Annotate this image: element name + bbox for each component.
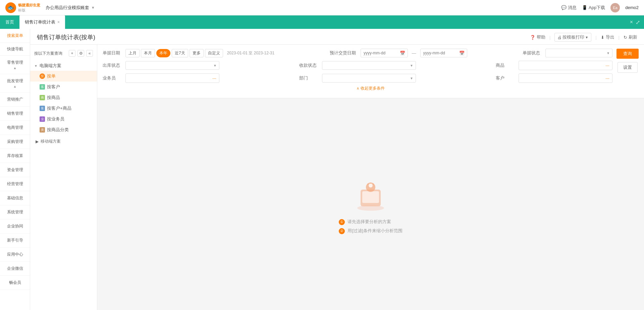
scheme-mobile-group-header[interactable]: ▶ 移动端方案 [30,137,97,146]
svg-rect-2 [362,191,379,203]
status-label: 单据状态 [523,50,541,56]
predicted-date-to-input: 📅 [420,49,468,57]
settings-button[interactable]: 设置 [618,62,638,73]
tab-bar: 首页 销售订单统计表 × × ⤢ [0,15,644,29]
export-button[interactable]: ⬇ 导出 [601,34,614,40]
logo-area: 🐟 畅捷通好生意 标版 [5,2,40,13]
print-button[interactable]: 🖨 按模板打印 ▼ [554,33,591,42]
message-button[interactable]: 💬 消息 [561,5,577,11]
goods-input-area[interactable]: ··· [519,61,612,70]
calendar-from-icon[interactable]: 📅 [400,51,405,56]
nav-item-wholesale[interactable]: 批发管理 ▲ [0,74,30,93]
nav-item-enterprise[interactable]: 企业协同 [0,219,30,234]
nav-search[interactable]: 搜索菜单 [0,29,30,43]
nav-item-marketing[interactable]: 营销推广 [0,93,30,107]
salesperson-ellipsis[interactable]: ··· [212,75,216,81]
nav-item-basic-info[interactable]: 基础信息 [0,191,30,205]
collapse-button[interactable]: ∧ 收起更多条件 [103,83,639,94]
avatar: Ea [610,3,620,12]
print-dropdown-arrow: ▼ [585,36,588,39]
date-label: 单据日期 [103,50,121,56]
nav-item-wechat[interactable]: 企业微信 [0,262,30,276]
status-select-wrapper: ▼ [545,49,612,57]
tab-maximize-icon[interactable]: ⤢ [636,19,640,25]
tab-home[interactable]: 首页 [0,15,19,29]
tab-close-icon[interactable]: × [57,20,60,24]
user-name[interactable]: demo2 [625,5,639,10]
svg-point-4 [369,184,373,188]
export-icon: ⬇ [601,35,604,40]
scheme-item-by-customer[interactable]: 客 按客户 [30,82,97,92]
breadcrumb-arrow[interactable]: ▾ [92,5,94,10]
print-icon: 🖨 [557,35,562,40]
page-title: 销售订单统计表(按单) [37,33,95,41]
inner-layout: 按以下方案查询 + ⚙ « ▼ 电脑端方案 按 按单 [30,45,644,310]
predicted-date-label: 预计交货日期 [330,50,357,56]
scheme-pc-group-header[interactable]: ▼ 电脑端方案 [30,61,97,71]
scheme-item-by-category[interactable]: 类 按商品分类 [30,124,97,135]
payment-status-select-wrapper: ▼ [322,61,416,70]
app-download-button[interactable]: 📱 App下载 [582,5,605,11]
left-nav: 搜索菜单 快捷导航 零售管理 ▲ 批发管理 ▲ 营销推广 销售管理 电商管理 采… [0,29,30,310]
logo-text: 畅捷通好生意 标版 [18,3,40,12]
filter-row-1: 单据日期 上月 本月 本年 近7天 更多 自定义 [103,49,612,57]
salesperson-label: 业务员 [103,75,121,81]
last-month-btn[interactable]: 上月 [125,49,140,57]
refresh-button[interactable]: ↻ 刷新 [624,34,637,40]
delivery-status-select[interactable] [125,61,219,70]
nav-item-guide[interactable]: 新手引导 [0,234,30,248]
nav-item-operations[interactable]: 经营管理 [0,177,30,191]
scheme-pc-group: ▼ 电脑端方案 按 按单 客 按客户 商 按商品 [30,61,97,135]
tab-close-window-icon[interactable]: × [630,19,633,25]
hint-num-2: ② [339,228,345,234]
delivery-status-select-wrapper: ▼ [125,61,219,70]
scheme-collapse-button[interactable]: « [86,50,93,57]
query-button[interactable]: 查询 [616,49,639,59]
more-btn[interactable]: 更多 [190,49,204,57]
last7-btn[interactable]: 近7天 [172,49,188,57]
salesperson-input-area[interactable]: ··· [125,73,219,83]
calendar-to-icon[interactable]: 📅 [459,51,465,56]
filter-row-2: 出库状态 ▼ 收款状态 [103,61,612,70]
nav-item-ecommerce[interactable]: 电商管理 [0,121,30,135]
payment-status-select[interactable] [322,61,416,70]
help-icon: ❓ [530,35,535,40]
nav-item-app[interactable]: 应用中心 [0,248,30,262]
customer-ellipsis[interactable]: ··· [605,75,609,81]
scheme-item-by-customer-goods[interactable]: 客 按客户+商品 [30,103,97,114]
delivery-status-label: 出库状态 [103,62,121,68]
this-year-btn[interactable]: 本年 [156,49,170,57]
nav-quick[interactable]: 快捷导航 [0,43,30,56]
scheme-item-icon-sq4: 类 [40,127,45,133]
scheme-item-by-order[interactable]: 按 按单 [30,71,97,82]
department-select[interactable] [322,74,416,83]
scheme-settings-button[interactable]: ⚙ [77,50,84,57]
goods-ellipsis[interactable]: ··· [605,63,609,68]
scheme-mobile-group: ▶ 移动端方案 [30,137,97,146]
custom-btn[interactable]: 自定义 [205,49,223,57]
refresh-icon: ↻ [624,35,627,40]
tab-sales-order-stats[interactable]: 销售订单统计表 × [19,15,65,29]
this-month-btn[interactable]: 本月 [141,49,155,57]
date-dash: — [412,51,416,56]
help-button[interactable]: ❓ 帮助 [530,34,545,40]
data-area: ① 请先选择要分析的方案 ② 用[过滤]条件来缩小分析范围 [97,98,644,310]
nav-item-purchase[interactable]: 采购管理 [0,135,30,149]
scheme-add-button[interactable]: + [69,50,75,57]
customer-input-area[interactable]: ··· [519,73,612,83]
action-buttons: 查询 设置 [616,49,639,83]
top-bar: 🐟 畅捷通好生意 标版 办公用品行业模拟账套 ▾ 💬 消息 📱 App下载 Ea… [0,0,644,15]
nav-item-finance[interactable]: 资金管理 [0,163,30,177]
nav-item-system[interactable]: 系统管理 [0,205,30,219]
scheme-item-by-salesperson[interactable]: 业 按业务员 [30,114,97,124]
content-area: 销售订单统计表(按单) ❓ 帮助 | 🖨 按模板打印 ▼ | ⬇ 导出 | [30,29,644,310]
status-select[interactable] [545,49,612,57]
svg-line-7 [368,184,368,185]
nav-item-retail[interactable]: 零售管理 ▲ [0,56,30,74]
nav-item-sales[interactable]: 销售管理 [0,107,30,121]
empty-hint-2: ② 用[过滤]条件来缩小分析范围 [339,228,402,234]
nav-item-inventory[interactable]: 库存核算 [0,149,30,163]
empty-icon [351,174,391,215]
scheme-item-by-goods[interactable]: 商 按商品 [30,92,97,103]
nav-item-member[interactable]: 畅会员 [0,276,30,290]
